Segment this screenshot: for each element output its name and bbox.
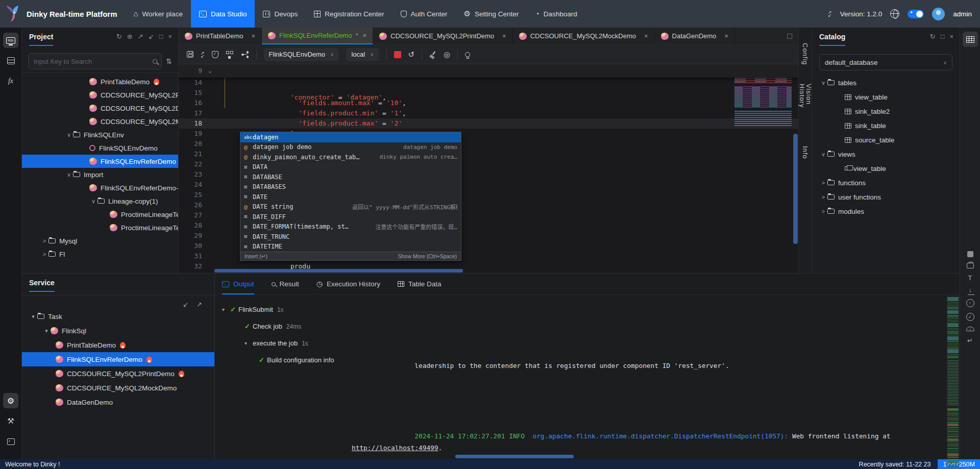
editor-tab[interactable]: CDCSOURCE_MySQL2MockDemo × (513, 28, 655, 44)
toolbox-icon[interactable] (967, 263, 974, 268)
tree-arrow-icon[interactable]: ∨ (819, 151, 827, 158)
tree-arrow-icon[interactable]: ▾ (42, 328, 51, 334)
tab-close-icon[interactable]: × (644, 32, 648, 40)
language-globe-icon[interactable] (890, 9, 899, 18)
autocomplete-item[interactable]: ≡ DATE_FORMAT(timestamp, st… 注意这个功能有严重的错… (240, 222, 461, 232)
project-tree-row[interactable]: PrintTableDemo (22, 75, 178, 88)
search-icon[interactable] (153, 59, 157, 64)
activity-project-button[interactable]: SQL (3, 33, 18, 48)
add-icon[interactable]: ⊕ (127, 33, 133, 40)
activity-datasource-button[interactable] (3, 53, 18, 68)
tree-arrow-icon[interactable]: ▾ (222, 307, 230, 312)
editor-tab[interactable]: DataGenDemo × (655, 28, 735, 44)
autocomplete-item[interactable]: ≡ DATABASE (240, 172, 461, 182)
close-icon[interactable]: × (949, 33, 953, 40)
editor-tab[interactable]: CDCSOURCE_MySQL2PrintDemo × (373, 28, 513, 44)
save-button[interactable] (187, 51, 193, 58)
service-tree-row[interactable]: PrintTableDemo (22, 338, 214, 352)
autocomplete-item[interactable]: ≡ DATA (240, 162, 461, 172)
nav-item[interactable]: Data Studio (191, 0, 255, 28)
log-minimap[interactable] (946, 295, 960, 459)
autocomplete-item[interactable]: @ datagen job demo datagen job demo (240, 142, 461, 153)
output-tab[interactable]: Table Data (398, 274, 442, 294)
catalog-tree-row[interactable]: > functions (812, 176, 960, 190)
tree-arrow-icon[interactable]: ▾ (29, 313, 37, 320)
autocomplete-item[interactable]: ≡ DATABASES (240, 182, 461, 192)
fold-icon[interactable]: ⌄ (208, 64, 218, 78)
project-tree-row[interactable]: ProctimeLineageTest1 (22, 208, 178, 221)
check-sql-button[interactable] (212, 51, 218, 58)
tab-close-icon[interactable]: × (362, 32, 366, 39)
enter-icon[interactable]: ↵ (967, 337, 973, 344)
activity-console-button[interactable] (3, 434, 18, 449)
tree-arrow-icon[interactable]: ∨ (89, 198, 97, 205)
window-icon[interactable]: □ (941, 33, 945, 40)
catalog-tree-row[interactable]: view_table (812, 90, 960, 104)
nav-item[interactable]: ◔ Dashboard (527, 0, 585, 28)
project-tree-row[interactable]: FlinkSQLEnvDemo (22, 141, 178, 155)
catalog-toggle-button[interactable] (963, 32, 978, 47)
nav-item[interactable]: ⚙ Setting Center (456, 0, 527, 28)
rail-tab[interactable]: Vision History (799, 84, 812, 128)
service-tree-row[interactable]: FlinkSQLEnvReferDemo (22, 352, 214, 366)
project-tree-row[interactable]: CDCSOURCE_MySQL2MockD (22, 115, 178, 128)
lineage-button[interactable] (226, 51, 234, 59)
project-tree-row[interactable]: > Fl (22, 248, 178, 261)
output-tab[interactable]: ◷ Execution History (316, 274, 380, 294)
history-icon[interactable]: ↺ (408, 51, 415, 58)
job-tree-row[interactable]: ▾ ✓ FlinkSubmit 1s (215, 301, 344, 318)
catalog-tree-row[interactable]: sink_table (812, 118, 960, 133)
collapse-icon[interactable]: ↙ (183, 301, 188, 308)
project-tree-row[interactable]: FlinkSQLEnvReferDemo (22, 155, 178, 168)
autocomplete-item[interactable]: @ dinky_paimon_auto_create_tab… dinky pa… (240, 152, 461, 162)
format-button[interactable] (429, 51, 436, 58)
rail-tab[interactable]: Config (802, 43, 808, 65)
arrow-up-circle-icon[interactable]: ↑ (966, 299, 974, 307)
download-icon[interactable]: ↓ (969, 287, 972, 293)
refresh-icon[interactable]: ↻ (930, 33, 936, 40)
activity-tools-button[interactable]: ⚒ (3, 413, 18, 429)
job-tree-row[interactable]: ▾ execute the job 1s (215, 335, 344, 352)
vertical-scrollbar[interactable] (793, 134, 798, 244)
rail-tab[interactable]: Info (802, 146, 808, 159)
tree-arrow-icon[interactable]: > (819, 194, 827, 200)
project-tree-row[interactable]: ∨ Lineage-copy(1) (22, 194, 178, 208)
activity-function-button[interactable]: fx (3, 73, 18, 89)
service-tree-row[interactable]: CDCSOURCE_MySQL2PrintDemo (22, 366, 214, 381)
project-tree-row[interactable]: CDCSOURCE_MySQL2DataStr (22, 102, 178, 115)
tree-arrow-icon[interactable]: > (40, 238, 48, 244)
nav-item[interactable]: Devops (255, 0, 306, 28)
editor-tab[interactable]: PrintTableDemo × (179, 28, 262, 44)
tree-arrow-icon[interactable]: > (40, 251, 48, 257)
catalog-tree-row[interactable]: > modules (812, 204, 960, 218)
catalog-tree-row[interactable]: ∨ views (812, 147, 960, 161)
service-tree-row[interactable]: CDCSOURCE_MySQL2MockDemo (22, 381, 214, 395)
tab-close-icon[interactable]: × (724, 32, 728, 40)
job-tree-row[interactable]: ✓ Check job 24ms (215, 318, 344, 335)
search-input[interactable] (34, 58, 153, 65)
tree-arrow-icon[interactable]: > (819, 180, 827, 186)
tree-arrow-icon[interactable]: ∨ (65, 132, 73, 138)
autocomplete-item[interactable]: ≡ DATE_DIFF (240, 212, 461, 222)
refresh-icon[interactable]: ↻ (116, 33, 122, 40)
tab-close-icon[interactable]: × (252, 32, 256, 40)
autocomplete-item[interactable]: @ DATE string 返回以" yyyy-MM-dd"形式从STRING解… (240, 202, 461, 212)
project-tree-row[interactable]: ∨ Import (22, 168, 178, 181)
tab-close-icon[interactable]: × (502, 32, 506, 40)
service-tree-row[interactable]: ▾ FlinkSql (22, 324, 214, 338)
catalog-tree-row[interactable]: > user functions (812, 190, 960, 204)
stop-button[interactable] (394, 51, 401, 58)
expand-icon[interactable]: ↗ (197, 301, 202, 308)
code-editor[interactable]: 9 ⌄ 'connector' = 'datagen', (179, 64, 798, 273)
project-tree-row[interactable]: ProctimeLineageTest2 (22, 221, 178, 234)
restore-window-icon[interactable]: □ (787, 32, 792, 41)
tree-arrow-icon[interactable]: ∨ (65, 171, 73, 178)
database-select[interactable]: default_database ∨ (819, 54, 952, 70)
output-tab[interactable]: Output (222, 274, 254, 294)
nav-item[interactable]: Auth Center (393, 0, 456, 28)
window-icon[interactable]: □ (159, 33, 163, 40)
nav-item[interactable]: ⌂ Worker place (126, 0, 191, 28)
catalog-tree-row[interactable]: source_table (812, 133, 960, 147)
autocomplete-item[interactable]: ≡ DATETIME (240, 242, 461, 252)
editor-fullscreen-button[interactable]: ↗↙ (201, 52, 205, 58)
